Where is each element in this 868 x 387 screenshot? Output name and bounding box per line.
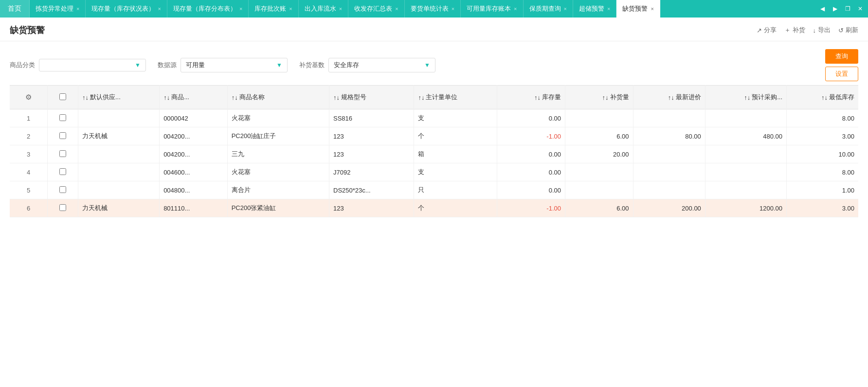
sort-supplier[interactable]: ↑↓ 默认供应... <box>82 93 121 102</box>
tab-batch-account[interactable]: 库存批次账× <box>249 0 298 18</box>
datasource-select[interactable]: 可用量 ▼ <box>181 58 288 72</box>
close-tab-overstock-warning[interactable]: × <box>607 6 610 12</box>
close-tab-inventory-dist[interactable]: × <box>239 6 242 12</box>
row-checkbox[interactable] <box>59 186 66 193</box>
sort-code[interactable]: ↑↓ 商品... <box>163 93 189 102</box>
col-header-replenish[interactable]: ↑↓ 补货量 <box>565 86 633 109</box>
close-tab-shortage-warning[interactable]: × <box>651 6 653 12</box>
replenish-base-arrow-icon: ▼ <box>424 62 430 69</box>
cell-est-purchase <box>705 163 786 181</box>
cell-code: 004200... <box>160 127 228 145</box>
cell-name: 火花塞 <box>227 163 329 181</box>
col-header-supplier[interactable]: ↑↓ 默认供应... <box>78 86 159 109</box>
cell-checkbox[interactable] <box>48 163 78 181</box>
tab-next-button[interactable]: ▶ <box>829 3 841 15</box>
cell-est-purchase <box>705 145 786 163</box>
export-icon: ↓ <box>813 27 816 34</box>
cell-checkbox[interactable] <box>48 181 78 199</box>
sort-stock[interactable]: ↑↓ 库存量 <box>534 93 561 102</box>
tab-inventory-status[interactable]: 现存量（库存状况表）× <box>86 0 167 18</box>
cell-name: PC200油缸庄子 <box>227 127 329 145</box>
tab-prev-button[interactable]: ◀ <box>816 3 828 15</box>
tab-inventory-dist[interactable]: 现存量（库存分布表）× <box>167 0 249 18</box>
row-checkbox[interactable] <box>59 132 66 139</box>
close-tab-available-ledger[interactable]: × <box>514 6 517 12</box>
cell-checkbox[interactable] <box>48 109 78 127</box>
row-checkbox[interactable] <box>59 114 66 121</box>
cell-index: 3 <box>10 145 48 163</box>
cell-checkbox[interactable] <box>48 199 78 217</box>
category-label: 商品分类 <box>10 61 35 70</box>
close-tab-collect-summary[interactable]: × <box>395 6 398 12</box>
settings-button[interactable]: 设置 <box>825 67 858 81</box>
col-header-unit[interactable]: ↑↓ 主计量单位 <box>414 86 497 109</box>
cell-stock: 0.00 <box>497 109 565 127</box>
col-header-code[interactable]: ↑↓ 商品... <box>160 86 228 109</box>
tab-home[interactable]: 首页 <box>0 0 30 18</box>
cell-latest-price <box>633 181 705 199</box>
col-header-name[interactable]: ↑↓ 商品名称 <box>227 86 329 109</box>
tab-defect-handling[interactable]: 拣货异常处理× <box>30 0 86 18</box>
header-actions: ↗ 分享 ＋ 补货 ↓ 导出 ↺ 刷新 <box>757 26 859 35</box>
datasource-arrow-icon: ▼ <box>276 62 282 69</box>
tab-bar: 首页拣货异常处理×现存量（库存状况表）×现存量（库存分布表）×库存批次账×出入库… <box>0 0 868 18</box>
sort-spec[interactable]: ↑↓ 规格型号 <box>333 93 366 102</box>
sort-replenish[interactable]: ↑↓ 补货量 <box>602 93 629 102</box>
cell-spec: DS250*23c... <box>329 181 414 199</box>
share-button[interactable]: ↗ 分享 <box>757 26 777 35</box>
cell-index: 6 <box>10 199 48 217</box>
col-header-stock[interactable]: ↑↓ 库存量 <box>497 86 565 109</box>
select-all-checkbox[interactable] <box>59 93 66 100</box>
sort-estimate[interactable]: ↑↓ 预计采购... <box>744 93 782 102</box>
table-row: 1 0000042 火花塞 SS816 支 0.00 8.00 <box>10 109 858 127</box>
close-tab-expiry-query[interactable]: × <box>564 6 567 12</box>
cell-replenish <box>565 163 633 181</box>
category-select[interactable]: ▼ <box>39 59 146 71</box>
column-settings-icon[interactable]: ⚙ <box>22 90 36 104</box>
cell-min-stock: 8.00 <box>787 163 858 181</box>
refresh-icon: ↺ <box>838 27 844 34</box>
close-tab-demand-stats[interactable]: × <box>452 6 454 12</box>
row-checkbox[interactable] <box>59 150 66 157</box>
tab-collect-summary[interactable]: 收发存汇总表× <box>348 0 404 18</box>
table-row: 2 力天机械 004200... PC200油缸庄子 123 个 -1.00 6… <box>10 127 858 145</box>
cell-code: 004800... <box>160 181 228 199</box>
window-close-button[interactable]: ✕ <box>854 3 866 15</box>
filter-bar: 商品分类 ▼ 数据源 可用量 ▼ 补货基数 安全库存 ▼ 查询 设置 <box>0 41 868 85</box>
replenish-button[interactable]: ＋ 补货 <box>784 26 805 35</box>
close-tab-defect-handling[interactable]: × <box>76 6 79 12</box>
sort-unit[interactable]: ↑↓ 主计量单位 <box>418 93 457 102</box>
tab-demand-stats[interactable]: 要货单统计表× <box>405 0 461 18</box>
sort-price[interactable]: ↑↓ 最新进价 <box>668 93 701 102</box>
tab-shortage-warning[interactable]: 缺货预警× <box>616 0 660 18</box>
close-tab-inventory-status[interactable]: × <box>158 6 161 12</box>
close-tab-inout-flow[interactable]: × <box>339 6 342 12</box>
refresh-button[interactable]: ↺ 刷新 <box>838 26 858 35</box>
tab-overstock-warning[interactable]: 超储预警× <box>573 0 616 18</box>
row-checkbox[interactable] <box>59 168 66 175</box>
tab-nav-buttons: ◀ ▶ ❐ ✕ <box>814 3 868 15</box>
export-button[interactable]: ↓ 导出 <box>813 26 831 35</box>
col-header-estimate[interactable]: ↑↓ 预计采购... <box>705 86 786 109</box>
row-checkbox[interactable] <box>59 204 66 211</box>
col-header-spec[interactable]: ↑↓ 规格型号 <box>329 86 414 109</box>
tab-expiry-query[interactable]: 保质期查询× <box>524 0 573 18</box>
col-header-price[interactable]: ↑↓ 最新进价 <box>633 86 705 109</box>
query-button[interactable]: 查询 <box>825 49 858 64</box>
sort-name[interactable]: ↑↓ 商品名称 <box>232 93 265 102</box>
cell-latest-price: 80.00 <box>633 127 705 145</box>
cell-unit: 个 <box>414 199 497 217</box>
window-restore-button[interactable]: ❐ <box>842 3 853 15</box>
cell-checkbox[interactable] <box>48 127 78 145</box>
cell-code: 004200... <box>160 145 228 163</box>
close-tab-batch-account[interactable]: × <box>289 6 292 12</box>
cell-checkbox[interactable] <box>48 145 78 163</box>
tab-inout-flow[interactable]: 出入库流水× <box>299 0 348 18</box>
col-header-minstock[interactable]: ↑↓ 最低库存 <box>787 86 858 109</box>
cell-unit: 支 <box>414 109 497 127</box>
sort-minstock[interactable]: ↑↓ 最低库存 <box>821 93 854 102</box>
table-container: ⚙ ↑↓ 默认供应... ↑↓ 商品... <box>0 85 868 227</box>
table-header-row: ⚙ ↑↓ 默认供应... ↑↓ 商品... <box>10 86 858 109</box>
replenish-base-select[interactable]: 安全库存 ▼ <box>328 58 435 72</box>
tab-available-ledger[interactable]: 可用量库存账本× <box>461 0 523 18</box>
